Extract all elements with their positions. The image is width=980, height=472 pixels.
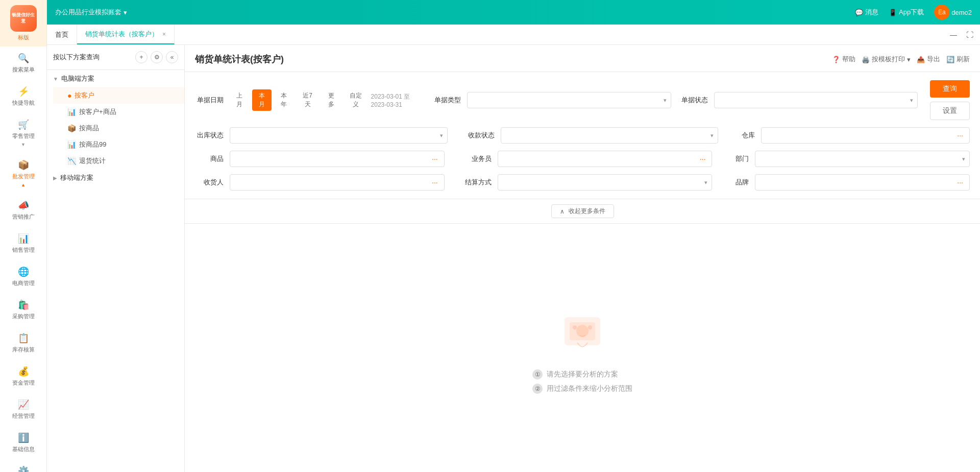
order-type-label: 单据类型 — [430, 96, 461, 105]
date-range: 2023-03-01 至 2023-03-31 — [371, 92, 425, 108]
tree-item-by-goods[interactable]: 📦 按商品 — [53, 120, 184, 136]
goods-dropdown[interactable]: ··· — [230, 151, 445, 167]
goods-icon: 📦 — [67, 124, 76, 132]
collapse-panel-btn[interactable]: « — [166, 51, 178, 63]
customer-icon: ● — [67, 91, 71, 100]
collapse-bar[interactable]: ∧ 收起更多条件 — [185, 199, 980, 224]
sidebar-item-retail[interactable]: 🛒 零售管理 ▼ — [0, 113, 46, 153]
date-more-btn[interactable]: 更多 — [322, 89, 341, 111]
sidebar-item-wholesale[interactable]: 📦 批发管理 ▲ — [0, 153, 46, 194]
export-btn[interactable]: 📤 导出 — [917, 55, 940, 64]
tab-maximize-btn[interactable]: ⛶ — [964, 29, 976, 41]
receiver-dropdown[interactable]: ··· — [230, 174, 445, 191]
sidebar-item-purchase[interactable]: 🛍️ 采购管理 — [0, 293, 46, 326]
payment-method-arrow-icon: ▾ — [704, 179, 707, 186]
payment-status-label: 收款状态 — [464, 131, 495, 140]
right-panel: 销货单统计表(按客户) ❓ 帮助 🖨️ 按模板打印 ▾ 📤 — [185, 45, 980, 472]
export-label: 导出 — [927, 55, 940, 64]
sidebar-item-search[interactable]: 🔍 搜索菜单 — [0, 46, 46, 80]
date-last-7days-btn[interactable]: 近7天 — [297, 89, 318, 111]
sidebar-item-system[interactable]: ⚙️ 系统管理 — [0, 459, 46, 472]
receiver-dots-btn[interactable]: ··· — [430, 178, 440, 186]
page-title: 销货单统计表(按客户) — [195, 53, 832, 65]
tree-item-by-goods99[interactable]: 📊 按商品99 — [53, 136, 184, 153]
app-download-btn[interactable]: 📱 App下载 — [889, 8, 924, 17]
left-panel-title: 按以下方案查询 — [53, 53, 131, 62]
tree-item-by-customer[interactable]: ● 按客户 — [53, 87, 184, 104]
date-custom-btn[interactable]: 自定义 — [344, 89, 368, 111]
staff-dots-btn[interactable]: ··· — [698, 155, 708, 163]
hint-text-1: 请先选择要分析的方案 — [547, 370, 618, 379]
sidebar-item-label: 采购管理 — [12, 313, 35, 320]
tree-group-pc[interactable]: ▼ 电脑端方案 — [47, 70, 184, 87]
order-type-dropdown[interactable]: ▾ — [467, 92, 671, 108]
sidebar-item-label: 快捷导航 — [12, 99, 35, 107]
filter-row-4: 收货人 ··· 结算方式 ▾ 品牌 ··· — [195, 174, 970, 191]
tab-minimize-btn[interactable]: — — [947, 29, 960, 41]
payment-method-dropdown[interactable]: ▾ — [498, 174, 713, 191]
date-this-month-btn[interactable]: 本月 — [252, 89, 272, 111]
help-btn[interactable]: ❓ 帮助 — [832, 55, 855, 64]
tab-active[interactable]: 销货单统计表（按客户） × — [77, 25, 175, 44]
sidebar-item-inventory[interactable]: 📋 库存核算 — [0, 326, 46, 360]
logo-icon: 畅捷信好生意 — [10, 5, 37, 32]
dept-dropdown[interactable]: ▾ — [755, 151, 970, 167]
print-icon: 🖨️ — [862, 56, 870, 63]
brand-dots-btn[interactable]: ··· — [955, 178, 965, 186]
print-btn[interactable]: 🖨️ 按模板打印 ▾ — [862, 55, 911, 64]
sidebar-item-operations[interactable]: 📈 经营管理 — [0, 393, 46, 426]
warehouse-dots-btn[interactable]: ··· — [955, 131, 965, 139]
sidebar-item-shortcut[interactable]: ⚡ 快捷导航 — [0, 80, 46, 113]
sidebar-item-label: 营销推广 — [12, 213, 35, 221]
industry-name: 办公用品行业模拟账套 — [55, 8, 121, 17]
search-icon: 🔍 — [18, 53, 29, 64]
payment-status-dropdown[interactable]: ▾ — [501, 127, 719, 144]
main-content: 办公用品行业模拟账套 ▾ 💬 消息 📱 App下载 Ea demo2 — [47, 0, 980, 472]
retail-icon: 🛒 — [18, 119, 29, 130]
date-last-month-btn[interactable]: 上月 — [230, 89, 249, 111]
staff-dropdown[interactable]: ··· — [498, 151, 713, 167]
settings-btn[interactable]: 设置 — [930, 102, 970, 120]
payment-method-label: 结算方式 — [461, 178, 492, 187]
order-status-dropdown[interactable]: ▾ — [714, 92, 918, 108]
empty-hint-1: ① 请先选择要分析的方案 — [532, 369, 632, 380]
sidebar-item-ecommerce[interactable]: 🌐 电商管理 — [0, 260, 46, 293]
left-panel-header: 按以下方案查询 + ⚙ « — [47, 45, 184, 70]
user-profile[interactable]: Ea demo2 — [934, 5, 972, 20]
collapse-btn[interactable]: ∧ 收起更多条件 — [551, 204, 614, 218]
print-dropdown-icon: ▾ — [907, 56, 911, 63]
order-status-arrow-icon: ▾ — [910, 97, 913, 104]
query-btn[interactable]: 查询 — [930, 80, 970, 98]
tab-close-btn[interactable]: × — [162, 31, 166, 38]
sidebar-item-marketing[interactable]: 📣 营销推广 — [0, 194, 46, 227]
out-status-arrow-icon: ▾ — [440, 132, 443, 139]
brand-dropdown[interactable]: ··· — [755, 174, 970, 191]
tab-active-label: 销货单统计表（按客户） — [85, 30, 158, 39]
export-icon: 📤 — [917, 56, 925, 63]
tab-home[interactable]: 首页 — [47, 25, 77, 44]
left-panel-actions: + ⚙ « — [135, 51, 178, 63]
tree-item-by-customer-goods[interactable]: 📊 按客户+商品 — [53, 104, 184, 120]
refresh-btn[interactable]: 🔄 刷新 — [946, 55, 970, 64]
empty-state: ① 请先选择要分析的方案 ② 用过滤条件来缩小分析范围 — [185, 224, 980, 472]
add-scheme-btn[interactable]: + — [135, 51, 148, 63]
message-btn[interactable]: 💬 消息 — [855, 8, 878, 17]
tree-group-mobile[interactable]: ▶ 移动端方案 — [47, 169, 184, 186]
app-download-label: App下载 — [899, 8, 924, 17]
warehouse-dropdown[interactable]: ··· — [761, 127, 970, 144]
sidebar-item-finance[interactable]: 💰 资金管理 — [0, 360, 46, 393]
industry-dropdown[interactable]: 办公用品行业模拟账套 ▾ — [55, 8, 127, 17]
date-this-year-btn[interactable]: 本年 — [275, 89, 294, 111]
brand-label: 品牌 — [728, 178, 749, 187]
retail-arrow: ▼ — [21, 142, 26, 147]
sidebar-item-label: 基础信息 — [12, 445, 35, 453]
basic-icon: ℹ️ — [18, 432, 29, 443]
order-type-arrow-icon: ▾ — [664, 97, 667, 104]
settings-scheme-btn[interactable]: ⚙ — [151, 51, 163, 63]
tree-item-return-stats[interactable]: 📉 退货统计 — [53, 153, 184, 169]
sidebar-item-sales[interactable]: 📊 销售管理 — [0, 227, 46, 260]
goods99-icon: 📊 — [67, 140, 76, 149]
out-status-dropdown[interactable]: ▾ — [230, 127, 448, 144]
goods-dots-btn[interactable]: ··· — [430, 155, 440, 163]
sidebar-item-basic[interactable]: ℹ️ 基础信息 — [0, 426, 46, 459]
